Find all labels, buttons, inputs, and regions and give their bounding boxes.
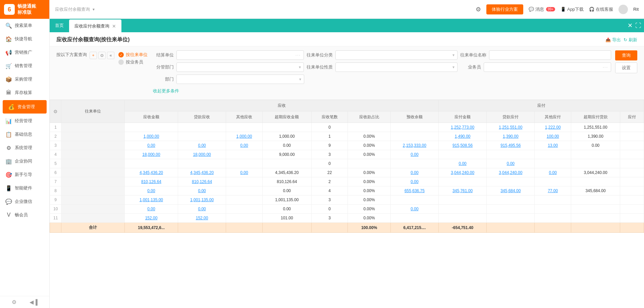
cell[interactable]: 1,000.00 [226,132,263,141]
table-row: 5 0 0.00 0.00 [50,159,644,168]
cell[interactable]: 4,345,436.20 [125,168,178,177]
cell[interactable]: 0.00 [178,141,226,150]
filter-collapse-button[interactable]: « [107,52,114,59]
service-button[interactable]: 🎧 在线客服 [589,6,613,12]
unitcat-input[interactable]: ▾ [335,50,458,60]
cell: 0.00% [348,205,390,214]
user-avatar[interactable] [619,5,628,14]
cell[interactable]: 18,000.00 [125,150,178,159]
cell[interactable]: 1,001,135.00 [178,195,226,205]
cell[interactable]: 0.00 [390,205,438,214]
cell [620,177,644,186]
cell[interactable]: 1,490.00 [439,132,487,141]
sidebar-item-sales[interactable]: 🛒 销售管理 [0,59,49,73]
cell[interactable]: 0.00 [125,205,178,214]
tab-expand-icon[interactable]: ⛶ [635,22,641,29]
gear-button[interactable]: ⚙ [476,6,481,13]
cell[interactable]: 2,153,333.00 [390,141,438,150]
settings-bottom-icon[interactable]: ⚙ [12,299,16,305]
cell[interactable]: 1,390.00 [487,132,535,141]
collapse-sidebar-icon[interactable]: ◀▐ [30,299,37,305]
unit-nature-input[interactable]: ▾ [335,62,458,72]
cell[interactable]: 152.00 [178,214,226,223]
cell[interactable]: 0.00 [487,159,535,168]
settlement-input[interactable]: ··· [176,50,304,60]
tab-close-icon[interactable]: ✕ [112,24,116,29]
sidebar-item-basic[interactable]: 📋 基础信息 [0,128,49,141]
tab-close-window-icon[interactable]: ✕ [628,22,633,29]
dept-manager-input[interactable]: ▾ [176,62,304,72]
cell[interactable]: 152.00 [125,214,178,223]
message-button[interactable]: 💬 消息 99+ [529,6,555,12]
cell[interactable]: 3,044,240.00 [439,168,487,177]
cell[interactable]: 1,001,135.00 [125,195,178,205]
cell[interactable]: 0.00 [439,159,487,168]
filter-config-button[interactable]: ⊙ [98,52,106,59]
app-download-button[interactable]: 📱 App下载 [560,6,584,12]
tab-balance[interactable]: 应收应付余额查询 ✕ [69,19,121,33]
cell[interactable]: 0.00 [226,168,263,177]
sidebar-item-operations[interactable]: 📊 经营管理 [0,114,49,128]
cell[interactable]: 0.00 [535,168,571,177]
settlement-dots: ··· [296,53,301,57]
cell[interactable]: 915,508.56 [439,141,487,150]
cell[interactable]: 0.00 [390,150,438,159]
cell[interactable]: 1,252,773.00 [439,123,487,132]
settlement-label: 结算单位 [153,52,176,58]
export-button[interactable]: 📤 导出 [605,37,621,43]
sidebar-item-wechat[interactable]: 💬 企业微信 [0,195,49,208]
tab-home[interactable]: 首页 [50,19,69,32]
cell[interactable]: 13.00 [535,141,571,150]
sidebar-item-search[interactable]: 🔍 搜索菜单 [0,19,49,32]
row-number: 9 [50,195,61,205]
sidebar-item-hardware[interactable]: 📱 智能硬件 [0,181,49,195]
sidebar-item-quicknav[interactable]: 🏠 快捷导航 [0,32,49,46]
setting-button[interactable]: 设置 [615,62,637,73]
unitname-input[interactable] [489,50,611,60]
cell[interactable]: 345,761.00 [439,186,487,195]
cell[interactable]: 100.00 [535,132,571,141]
cell[interactable]: 0.00 [226,141,263,150]
cell[interactable]: 1,222.00 [535,123,571,132]
filter-controls: + ⊙ « [90,52,114,59]
cell[interactable]: 0.00 [390,168,438,177]
sidebar-item-inventory[interactable]: 🏛 库存核算 [0,86,49,99]
cell [125,159,178,168]
cell[interactable]: 810,126.64 [178,177,226,186]
refresh-button[interactable]: ↻ 刷新 [624,37,637,43]
cell[interactable]: 77.00 [535,186,571,195]
cell[interactable]: 18,000.00 [178,150,226,159]
query-button[interactable]: 查询 [615,50,637,60]
cell: 0.00% [348,195,390,205]
sidebar-item-system[interactable]: ⚙ 系统管理 [0,141,49,155]
clerk-input[interactable]: ··· [484,62,611,72]
breadcrumb-dropdown-icon[interactable]: ▾ [93,7,95,12]
scheme-by-clerk[interactable]: 按业务员 [118,59,148,65]
sidebar-item-vip[interactable]: V 畅会员 [0,208,49,222]
cell[interactable]: 0.00 [178,205,226,214]
cell[interactable]: 810,126.64 [125,177,178,186]
cell[interactable]: 345,684.00 [487,186,535,195]
add-filter-button[interactable]: + [90,52,97,59]
table-settings-icon[interactable]: ⚙ [53,109,58,114]
dept-input[interactable]: ▾ [176,75,304,84]
cell[interactable]: 0.00 [125,186,178,195]
cell[interactable]: 0.00 [390,177,438,186]
cell[interactable]: 1,251,551.00 [487,123,535,132]
collapse-btn[interactable]: 收起更多条件 [153,87,611,95]
sidebar-item-purchase[interactable]: 📦 采购管理 [0,73,49,86]
cell[interactable]: 1,000.00 [125,132,178,141]
scheme-by-unit[interactable]: ✓ 按往来单位 [118,52,148,58]
sidebar-item-marketing[interactable]: 📢 营销推广 [0,46,49,59]
sidebar-item-finance[interactable]: 💰 资金管理 [3,100,47,114]
trial-button[interactable]: 体验行业方案 [486,4,523,14]
cell[interactable]: 915,495.56 [487,141,535,150]
cell[interactable]: 3,044,240.00 [487,168,535,177]
sidebar-item-enterprise[interactable]: 🏢 企业协同 [0,155,49,168]
cell[interactable]: 655,636.75 [390,186,438,195]
cell[interactable]: 0.00 [178,186,226,195]
cell[interactable]: 4,345,436.20 [178,168,226,177]
cell [125,123,178,132]
sidebar-item-guide[interactable]: 🎯 新手引导 [0,168,49,181]
cell[interactable]: 0.00 [125,141,178,150]
